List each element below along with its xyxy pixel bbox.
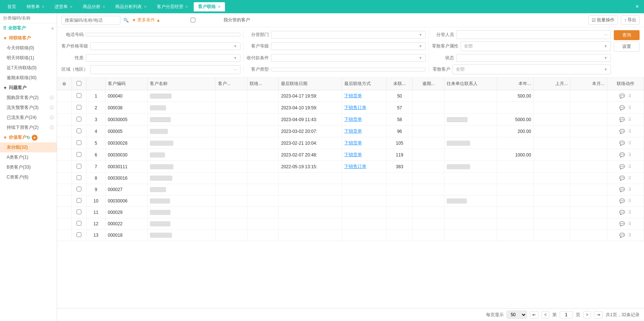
row-checkbox[interactable] [77,164,81,169]
col-gear[interactable]: ⚙ [57,78,72,90]
select-all-checkbox[interactable] [77,81,81,86]
sidebar-item-today[interactable]: 今天待联络(0) [0,43,57,53]
tab-sales[interactable]: 销售单 × [22,2,49,11]
search-button[interactable]: 查询 [614,30,640,40]
page-number-input[interactable] [560,311,573,318]
row-checkbox[interactable] [77,140,81,145]
sidebar-item-class-b[interactable]: B类客户(33) [0,162,57,172]
message-icon[interactable]: 💬 [619,221,625,226]
grid-icon[interactable]: ⠿ [628,129,631,134]
customer-grade-dropdown[interactable]: ▼ [271,42,426,50]
row-checkbox-cell[interactable] [72,149,87,161]
row-checkbox-cell[interactable] [72,230,87,241]
grid-icon[interactable]: ⠿ [628,221,631,226]
gear-icon[interactable]: ⚙ [62,81,66,87]
sidebar-item-tomorrow[interactable]: 明天待联络(1) [0,53,57,63]
sidebar-item-abnormal[interactable]: 囤购异常客户(2) ⓘ [0,93,57,103]
sidebar-all-customers[interactable]: ⠿ 全部客户 « [0,23,57,33]
method-link[interactable]: 下销货单 [344,152,362,157]
last-page-button[interactable]: ⇥ [594,311,603,318]
sidebar-item-overdue[interactable]: 逾期未联络(30) [0,73,57,83]
tab-purchase[interactable]: 进货单 × [50,2,77,11]
sidebar-section-problem[interactable]: ▼ 问题客户 [0,83,57,93]
dept-dropdown[interactable]: ▼ [271,31,426,39]
per-page-select[interactable]: 50 100 200 [507,311,527,319]
prev-page-button[interactable]: < [542,311,549,318]
row-checkbox-cell[interactable] [72,195,87,207]
message-icon[interactable]: 💬 [619,141,625,146]
method-link[interactable]: 下销货单 [344,128,362,134]
row-checkbox[interactable] [77,198,81,203]
payment-dropdown[interactable]: ▼ [271,54,426,62]
sidebar-search-input[interactable] [3,15,57,21]
sidebar-item-class-a[interactable]: A类客户(1) [0,152,57,162]
row-checkbox-cell[interactable] [72,218,87,230]
method-link[interactable]: 下销售订单 [344,164,366,169]
message-icon[interactable]: 💬 [619,129,625,134]
method-link[interactable]: 下销货单 [344,93,362,98]
row-checkbox[interactable] [77,209,81,214]
customer-type-input[interactable] [271,68,426,71]
row-checkbox-cell[interactable] [72,137,87,149]
row-checkbox-cell[interactable] [72,102,87,114]
row-checkbox[interactable] [77,128,81,133]
row-checkbox[interactable] [77,232,81,237]
region-input[interactable]: ··· [90,65,240,74]
retail-attr-dropdown[interactable]: 全部 ▼ [461,41,611,51]
row-checkbox-cell[interactable] [72,90,87,102]
row-checkbox-cell[interactable] [72,173,87,184]
method-link[interactable]: 下销售订单 [344,105,366,110]
grid-icon[interactable]: ⠿ [628,105,631,110]
grid-icon[interactable]: ⠿ [628,141,631,146]
refresh-icon[interactable]: ↻ [27,135,30,140]
tab-product-analysis[interactable]: 商品分析 × [78,2,109,11]
row-checkbox-cell[interactable] [72,126,87,137]
sidebar-item-ungrouped[interactable]: 未分组(32) [0,142,57,152]
sidebar-section-pending[interactable]: ▼ 待联络客户 [0,33,57,43]
message-icon[interactable]: 💬 [619,164,625,169]
grid-icon[interactable]: ⠿ [628,187,631,192]
phone-input[interactable] [86,33,240,36]
export-button[interactable]: ↑ 导出 [621,15,640,25]
tab-customer-segment[interactable]: 客户分层经营 × [152,2,192,11]
grid-icon[interactable]: ⠿ [628,210,631,215]
close-icon[interactable]: × [103,4,105,9]
sidebar-item-class-c[interactable]: C类客户(6) [0,172,57,182]
close-icon[interactable]: × [218,4,220,9]
search-input[interactable] [61,16,120,25]
method-link[interactable]: 下销货单 [344,140,362,145]
message-icon[interactable]: 💬 [619,210,625,215]
grid-icon[interactable]: ⠿ [628,198,631,204]
nature-dropdown[interactable]: ▼ [86,54,240,62]
next-page-button[interactable]: > [583,311,591,318]
row-checkbox[interactable] [77,187,81,191]
message-icon[interactable]: 💬 [619,152,625,158]
row-checkbox[interactable] [77,105,81,110]
row-checkbox[interactable] [77,152,81,157]
more-conditions-btn[interactable]: ▼ 更多条件 ▲ [132,17,161,23]
row-checkbox[interactable] [77,117,81,121]
grid-icon[interactable]: ⠿ [628,152,631,158]
row-checkbox-cell[interactable] [72,114,87,126]
status-dropdown[interactable]: ▼ [456,54,611,62]
close-icon[interactable]: × [70,4,72,9]
method-link[interactable]: 下销货单 [344,117,362,122]
close-all-button[interactable]: × [633,3,641,11]
message-icon[interactable]: 💬 [619,94,625,99]
row-checkbox-cell[interactable] [72,161,87,173]
retail-customer-dropdown[interactable]: 全部 ▼ [453,64,611,74]
grid-icon[interactable]: ⠿ [628,176,631,181]
close-icon[interactable]: × [42,4,44,9]
message-icon[interactable]: 💬 [619,176,625,181]
my-customers-checkbox[interactable]: 我分管的客户 [163,17,250,23]
message-icon[interactable]: 💬 [619,117,625,122]
tab-home[interactable]: 首页 [3,2,21,11]
row-checkbox-cell[interactable] [72,207,87,218]
price-grade-dropdown[interactable]: ▼ [90,42,240,50]
sidebar-item-lost[interactable]: 已流失客户(24) ⓘ [0,113,57,123]
search-icon[interactable]: 🔍 [123,18,129,23]
batch-ops-button[interactable]: ☑ 批量操作 [588,15,618,25]
sidebar-item-churn-warning[interactable]: 流失预警客户(3) ⓘ [0,103,57,113]
message-icon[interactable]: 💬 [619,233,625,238]
message-icon[interactable]: 💬 [619,187,625,192]
